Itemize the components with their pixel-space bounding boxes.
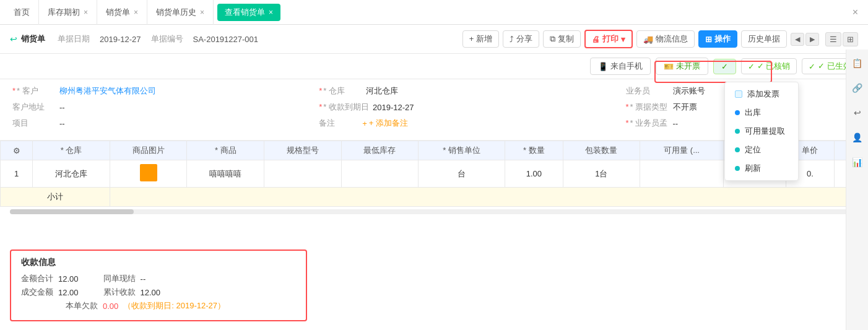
col-pack-qty: 包装数量 bbox=[563, 141, 640, 160]
tab-check-sales[interactable]: 查看销货单 × bbox=[217, 4, 280, 21]
project-value: -- bbox=[56, 119, 69, 128]
horizontal-scrollbar[interactable] bbox=[10, 209, 858, 214]
payment-area: 收款信息 金额合计 12.00 同单现结 -- 成交金额 12.00 累计收款 bbox=[0, 242, 868, 330]
staff-label: 业务员 bbox=[626, 85, 669, 97]
date-value: 2019-12-27 bbox=[100, 35, 141, 44]
address-field: 客户地址 -- bbox=[12, 102, 319, 113]
address-value: -- bbox=[56, 103, 69, 112]
check-icon: ✓ bbox=[748, 62, 755, 71]
row-product: 嘻嘻嘻嘻 bbox=[187, 160, 264, 188]
due-date-value: 2019-12-27 bbox=[369, 103, 418, 112]
tab-sales-order-close[interactable]: × bbox=[134, 8, 138, 17]
transaction-value: 12.00 bbox=[58, 288, 79, 297]
check-icon-2: ✓ bbox=[809, 62, 815, 71]
date-label: 单据日期 bbox=[58, 33, 90, 45]
sidebar-return-icon[interactable]: ↩ bbox=[849, 104, 866, 121]
tab-sales-history-close[interactable]: × bbox=[200, 8, 204, 17]
subtotal-row: 小计 bbox=[1, 188, 868, 207]
doc-title: 销货单 bbox=[21, 33, 45, 45]
nav-arrows: ◀ ▶ bbox=[791, 33, 819, 46]
cumulative-value: 12.00 bbox=[141, 288, 161, 297]
row-img bbox=[110, 160, 187, 188]
add-note-button[interactable]: + + 添加备注 bbox=[362, 118, 408, 129]
outbound-icon bbox=[735, 110, 740, 115]
row-available bbox=[640, 160, 724, 188]
next-button[interactable]: ▶ bbox=[805, 33, 819, 46]
dropdown-outbound[interactable]: 出库 bbox=[725, 103, 798, 122]
sidebar-doc-icon[interactable]: 📋 bbox=[849, 54, 866, 72]
phone-icon: 📱 bbox=[598, 62, 608, 71]
copy-button[interactable]: ⧉ 复制 bbox=[543, 30, 581, 48]
sidebar-user-icon[interactable]: 👤 bbox=[849, 129, 866, 146]
customer-value[interactable]: 柳州粤港平安气体有限公司 bbox=[56, 85, 160, 97]
window-close-button[interactable]: × bbox=[848, 7, 863, 18]
share-icon: ⤴ bbox=[510, 35, 514, 44]
refresh-icon bbox=[735, 166, 740, 171]
share-button[interactable]: ⤴ 分享 bbox=[503, 30, 539, 48]
prev-button[interactable]: ◀ bbox=[791, 33, 804, 46]
tab-inventory-init[interactable]: 库存期初 × bbox=[39, 0, 97, 25]
doc-actions: + 新增 ⤴ 分享 ⧉ 复制 🖨 打印 ▾ 🚚 物流信息 ⊞ 操作 bbox=[462, 30, 858, 48]
locate-icon bbox=[735, 147, 740, 152]
dropdown-available-qty[interactable]: 可用量提取 bbox=[725, 122, 798, 141]
print-button[interactable]: 🖨 打印 ▾ bbox=[584, 30, 633, 48]
operate-button[interactable]: ⊞ 操作 bbox=[698, 30, 737, 48]
dropdown-refresh[interactable]: 刷新 bbox=[725, 159, 798, 178]
project-field: 项目 -- bbox=[12, 118, 319, 129]
warehouse-label: * 仓库 bbox=[319, 85, 362, 97]
warehouse-value: 河北仓库 bbox=[362, 85, 402, 97]
toolbar-row: 📱 来自手机 🎫 未开票 ✓ ✓ ✓ 已核销 ✓ ✓ 已生效 bbox=[0, 54, 868, 79]
doc-meta: 单据日期 2019-12-27 单据编号 SA-20191227-001 bbox=[58, 33, 258, 45]
address-label: 客户地址 bbox=[12, 102, 56, 113]
history-button[interactable]: 历史单据 bbox=[741, 30, 787, 48]
row-pack-qty: 1台 bbox=[563, 160, 640, 188]
main-area: ↩ 销货单 单据日期 2019-12-27 单据编号 SA-20191227-0… bbox=[0, 25, 868, 330]
due-date-label: * 收款到期日 bbox=[319, 102, 369, 113]
tab-bar: 首页 库存期初 × 销货单 × 销货单历史 × 查看销货单 × × bbox=[0, 0, 868, 25]
print-icon: 🖨 bbox=[592, 35, 600, 44]
tab-check-sales-close[interactable]: × bbox=[269, 8, 273, 17]
unopened-button[interactable]: 🎫 未开票 bbox=[656, 58, 708, 75]
grid-view-button[interactable]: ⊞ bbox=[843, 32, 858, 46]
staff-value: 演示账号 bbox=[669, 85, 709, 97]
add-button[interactable]: + 新增 bbox=[462, 30, 499, 48]
copy-icon: ⧉ bbox=[550, 34, 555, 44]
sidebar-chart-icon[interactable]: 📊 bbox=[849, 154, 866, 171]
from-phone-button[interactable]: 📱 来自手机 bbox=[590, 58, 651, 75]
cumulative-item: 累计收款 12.00 bbox=[103, 287, 161, 298]
customer-field: * 客户 柳州粤港平安气体有限公司 bbox=[12, 85, 319, 97]
tab-home[interactable]: 首页 bbox=[5, 0, 39, 25]
same-order-label: 同单现结 bbox=[103, 273, 136, 284]
dropdown-menu: 添加发票 出库 可用量提取 定位 刷新 bbox=[724, 82, 799, 181]
logistics-icon: 🚚 bbox=[643, 35, 653, 44]
available-qty-icon bbox=[735, 129, 740, 134]
logistics-button[interactable]: 🚚 物流信息 bbox=[636, 30, 695, 48]
col-img: 商品图片 bbox=[110, 141, 187, 160]
ticket-type-label: * 票据类型 bbox=[626, 102, 669, 113]
amount-total-value: 12.00 bbox=[58, 274, 79, 284]
col-min-stock: 最低库存 bbox=[341, 141, 419, 160]
confirm-button[interactable]: ✓ bbox=[713, 59, 736, 74]
salesperson-value: -- bbox=[669, 119, 682, 128]
subtotal-label: 小计 bbox=[1, 188, 110, 207]
col-available: 可用量 (... bbox=[640, 141, 724, 160]
col-qty: * 数量 bbox=[505, 141, 563, 160]
col-settings[interactable]: ⚙ bbox=[1, 141, 33, 160]
list-view-button[interactable]: ☰ bbox=[825, 32, 841, 46]
tab-inventory-init-close[interactable]: × bbox=[84, 8, 88, 17]
row-warehouse: 河北仓库 bbox=[33, 160, 110, 188]
due-date-field: * 收款到期日 2019-12-27 bbox=[319, 102, 625, 113]
dropdown-add-invoice[interactable]: 添加发票 bbox=[725, 85, 798, 103]
scrollbar-thumb[interactable] bbox=[10, 209, 134, 214]
tab-sales-order[interactable]: 销货单 × bbox=[97, 0, 147, 25]
row-sales-unit: 台 bbox=[419, 160, 505, 188]
doc-header: ↩ 销货单 单据日期 2019-12-27 单据编号 SA-20191227-0… bbox=[0, 25, 868, 54]
arrears-value: 0.00 bbox=[103, 302, 118, 311]
sold-badge[interactable]: ✓ ✓ 已核销 bbox=[741, 58, 797, 74]
arrears-item: 本单欠款 0.00 （收款到期日: 2019-12-27） bbox=[21, 300, 225, 311]
amount-total-label: 金额合计 bbox=[21, 273, 53, 284]
tab-sales-history[interactable]: 销货单历史 × bbox=[147, 0, 214, 25]
dropdown-locate[interactable]: 定位 bbox=[725, 141, 798, 159]
ticket-icon: 🎫 bbox=[664, 62, 674, 71]
sidebar-link-icon[interactable]: 🔗 bbox=[849, 79, 866, 97]
